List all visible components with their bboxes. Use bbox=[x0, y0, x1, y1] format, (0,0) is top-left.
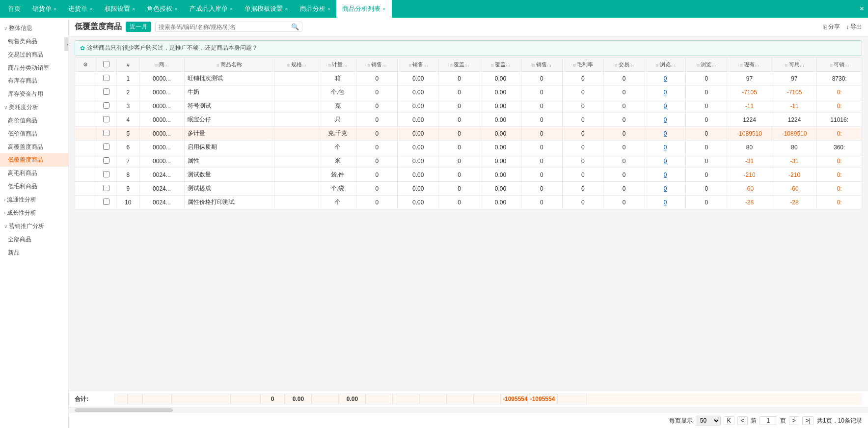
sidebar-item-new-goods[interactable]: 新品 bbox=[0, 246, 68, 259]
sidebar-item-high-profit[interactable]: 高毛利商品 bbox=[0, 167, 68, 180]
cell-coverage1: 0 bbox=[439, 154, 480, 168]
nav-close-analysis[interactable]: × bbox=[327, 6, 330, 12]
sidebar-item-category-sales-rate[interactable]: 商品分类动销率 bbox=[0, 61, 68, 75]
sidebar-item-low-coverage[interactable]: 低覆盖度商品 bbox=[0, 153, 68, 167]
filter-period-button[interactable]: 近一月 bbox=[126, 22, 151, 32]
row-checkbox[interactable] bbox=[103, 143, 109, 150]
share-button[interactable]: ⎗ 分享 bbox=[823, 23, 840, 31]
cell-name: 符号测试 bbox=[184, 99, 274, 113]
export-button[interactable]: ↓ 导出 bbox=[846, 23, 862, 31]
sidebar-item-sales-goods[interactable]: 销售类商品 bbox=[0, 35, 68, 48]
cell-browse1: 0 bbox=[645, 86, 686, 99]
row-checkbox[interactable] bbox=[103, 171, 109, 177]
sidebar-group-growth[interactable]: › 成长性分析 bbox=[0, 206, 68, 220]
cell-checkbox bbox=[96, 86, 117, 99]
row-checkbox[interactable] bbox=[103, 116, 109, 122]
sidebar-item-high-value[interactable]: 高价值商品 bbox=[0, 114, 68, 127]
first-page-button[interactable]: K bbox=[724, 416, 734, 425]
cell-sellable: 0: bbox=[817, 196, 862, 209]
row-checkbox[interactable] bbox=[103, 185, 109, 191]
browse1-link[interactable]: 0 bbox=[664, 89, 667, 96]
select-all-checkbox[interactable] bbox=[103, 61, 109, 67]
cell-browse1: 0 bbox=[645, 113, 686, 127]
th-sales-qty: ≡ 销售... bbox=[356, 58, 398, 72]
cell-trade: 0 bbox=[603, 127, 645, 141]
sidebar-item-high-coverage[interactable]: 高覆盖度商品 bbox=[0, 141, 68, 154]
prev-page-button[interactable]: < bbox=[737, 416, 748, 425]
cell-sellable: 8730: bbox=[817, 72, 862, 86]
nav-tab-analysis-list[interactable]: 商品分析列表 × bbox=[336, 0, 391, 18]
sidebar-item-stock-capital[interactable]: 库存资金占用 bbox=[0, 87, 68, 101]
sidebar-group-overview[interactable]: ∨ 整体信息 bbox=[0, 22, 68, 35]
cell-num: 7 bbox=[117, 154, 139, 168]
cell-coverage1: 0 bbox=[439, 182, 480, 196]
sidebar-collapse-button[interactable]: « bbox=[64, 37, 69, 51]
nav-tab-product[interactable]: 产成品入库单 × bbox=[184, 0, 239, 18]
cell-sales-detail: 0 bbox=[521, 72, 562, 86]
search-input[interactable] bbox=[159, 24, 291, 30]
sidebar-item-low-value[interactable]: 低价值商品 bbox=[0, 127, 68, 141]
nav-close-template[interactable]: × bbox=[285, 6, 288, 12]
nav-tab-sales[interactable]: 销货单 × bbox=[27, 0, 62, 18]
row-checkbox[interactable] bbox=[103, 130, 109, 136]
window-close-button[interactable]: × bbox=[860, 4, 864, 13]
nav-close-analysis-list[interactable]: × bbox=[382, 6, 385, 12]
sidebar-group-marketing[interactable]: ∨ 营销推广分析 bbox=[0, 220, 68, 233]
sidebar-item-stock-goods[interactable]: 有库存商品 bbox=[0, 74, 68, 87]
cell-gross-rate: 0 bbox=[562, 72, 603, 86]
row-checkbox[interactable] bbox=[103, 88, 109, 95]
row-checkbox[interactable] bbox=[103, 102, 109, 109]
total-cells: 0 0.00 0.00 -1095554 -1095554 bbox=[114, 394, 862, 404]
cell-available: 80 bbox=[772, 141, 817, 154]
browse1-link[interactable]: 0 bbox=[664, 199, 667, 206]
cell-code: 0024... bbox=[139, 196, 185, 209]
browse1-link[interactable]: 0 bbox=[664, 103, 667, 110]
browse1-link[interactable]: 0 bbox=[664, 116, 667, 123]
row-checkbox[interactable] bbox=[103, 75, 109, 81]
browse1-link[interactable]: 0 bbox=[664, 144, 667, 151]
nav-tab-purchase[interactable]: 进货单 × bbox=[62, 0, 98, 18]
cell-available: 1224 bbox=[772, 113, 817, 127]
browse1-link[interactable]: 0 bbox=[664, 158, 667, 165]
browse1-link[interactable]: 0 bbox=[664, 75, 667, 82]
horizontal-scrollbar[interactable] bbox=[75, 408, 173, 412]
nav-tab-home[interactable]: 首页 bbox=[2, 0, 27, 18]
cell-sales-detail: 0 bbox=[521, 182, 562, 196]
browse1-link[interactable]: 0 bbox=[664, 130, 667, 137]
cell-num: 6 bbox=[117, 141, 139, 154]
nav-tab-permission[interactable]: 权限设置 × bbox=[99, 0, 141, 18]
nav-tab-role[interactable]: 角色授权 × bbox=[141, 0, 183, 18]
cell-trade: 0 bbox=[603, 72, 645, 86]
nav-tab-analysis[interactable]: 商品分析 × bbox=[294, 0, 336, 18]
browse1-link[interactable]: 0 bbox=[664, 185, 667, 192]
cell-coverage2: 0.00 bbox=[480, 113, 521, 127]
cell-num: 9 bbox=[117, 182, 139, 196]
nav-tab-template[interactable]: 单据模板设置 × bbox=[239, 0, 294, 18]
table-row: 3 0000... 符号测试 克 0 0.00 0 0.00 0 0 0 0 0… bbox=[75, 99, 862, 113]
browse1-link[interactable]: 0 bbox=[664, 171, 667, 178]
sidebar-item-traded-goods[interactable]: 交易过的商品 bbox=[0, 48, 68, 61]
cell-num: 4 bbox=[117, 113, 139, 127]
sidebar-item-all-goods[interactable]: 全部商品 bbox=[0, 233, 68, 246]
cell-spec bbox=[274, 86, 319, 99]
th-checkbox bbox=[96, 58, 117, 72]
th-sellable: ≡ 可销... bbox=[817, 58, 862, 72]
row-checkbox[interactable] bbox=[103, 199, 109, 205]
sidebar-item-low-profit[interactable]: 低毛利商品 bbox=[0, 180, 68, 193]
nav-close-product[interactable]: × bbox=[230, 6, 233, 12]
next-page-button[interactable]: > bbox=[789, 416, 799, 425]
row-checkbox[interactable] bbox=[103, 157, 109, 164]
page-size-select[interactable]: 50 20 100 bbox=[696, 416, 721, 426]
nav-close-purchase[interactable]: × bbox=[89, 6, 92, 12]
nav-close-permission[interactable]: × bbox=[132, 6, 135, 12]
sidebar-group-consumption[interactable]: ∨ 类耗度分析 bbox=[0, 101, 68, 114]
page-number-input[interactable] bbox=[760, 416, 777, 425]
nav-close-sales[interactable]: × bbox=[54, 6, 56, 12]
table-row: 7 0000... 属性 米 0 0.00 0 0.00 0 0 0 0 0 -… bbox=[75, 154, 862, 168]
header-actions: ⎗ 分享 ↓ 导出 bbox=[823, 23, 862, 31]
th-settings[interactable]: ⚙ bbox=[75, 58, 96, 72]
sidebar-group-liquidity[interactable]: › 流通性分析 bbox=[0, 193, 68, 206]
nav-close-role[interactable]: × bbox=[174, 6, 177, 12]
last-page-button[interactable]: >| bbox=[802, 416, 814, 425]
content-area: 低覆盖度商品 近一月 🔍 ⎗ 分享 ↓ 导出 ✿ 这些商品只有很少客户购买过，是… bbox=[69, 18, 868, 428]
